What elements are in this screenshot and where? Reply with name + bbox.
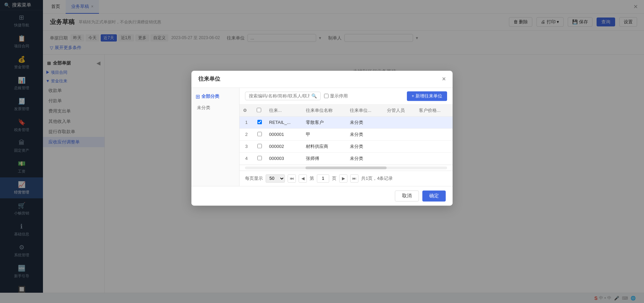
table-row[interactable]: 3 000002 材料供应商 未分类	[240, 140, 453, 152]
partner-dialog: 往来单位 × ⊞ 全部分类 未分类 🔍 显示停用	[191, 71, 453, 206]
col-check-all[interactable]	[253, 105, 266, 117]
search-icon-dialog: 🔍	[311, 93, 317, 98]
cell-manager-1	[384, 116, 416, 128]
cell-category-4: 未分类	[346, 152, 384, 164]
dialog-close-btn[interactable]: ×	[442, 75, 446, 83]
page-next-btn[interactable]: ▶	[339, 174, 347, 183]
show-disabled-checkbox[interactable]	[324, 94, 329, 98]
cell-code-1: RETAIL_...	[266, 116, 302, 128]
check-all[interactable]	[257, 108, 261, 112]
all-category-label[interactable]: 全部分类	[201, 93, 219, 100]
cell-check-1[interactable]	[253, 116, 266, 128]
search-input[interactable]	[249, 93, 309, 98]
col-price-header: 客户价格...	[415, 105, 453, 117]
cell-check-4[interactable]	[253, 152, 266, 164]
cell-price-4	[415, 152, 453, 164]
cell-price-1	[415, 116, 453, 128]
cell-manager-2	[384, 128, 416, 140]
cell-category-2: 未分类	[346, 128, 384, 140]
dialog-left-panel: ⊞ 全部分类 未分类	[191, 88, 240, 186]
page-suffix: 页	[332, 175, 336, 182]
dialog-unclassified[interactable]: 未分类	[191, 102, 239, 114]
dialog-title: 往来单位	[198, 75, 220, 83]
cell-check-2[interactable]	[253, 128, 266, 140]
cancel-button[interactable]: 取消	[395, 190, 419, 201]
table-row[interactable]: 2 000001 甲 未分类	[240, 128, 453, 140]
col-name-header: 往来单位名称	[302, 105, 346, 117]
cell-index-1: 1	[240, 116, 253, 128]
total-records: 共1页，4条记录	[361, 175, 393, 182]
dialog-toolbar: 🔍 显示停用 + 新增往来单位	[240, 88, 453, 105]
dialog-right-panel: 🔍 显示停用 + 新增往来单位 ⚙ 往来...	[240, 88, 453, 186]
cell-category-3: 未分类	[346, 140, 384, 152]
cell-index-3: 3	[240, 140, 253, 152]
col-settings[interactable]: ⚙	[240, 105, 253, 117]
per-page-select[interactable]: 50 100 200	[266, 174, 285, 183]
show-disabled-label: 显示停用	[330, 93, 348, 99]
cell-manager-3	[384, 140, 416, 152]
col-code-header: 往来...	[266, 105, 302, 117]
cell-name-4: 张师傅	[302, 152, 346, 164]
cell-name-2: 甲	[302, 128, 346, 140]
add-partner-label: + 新增往来单位	[412, 93, 442, 98]
page-prev-btn[interactable]: ◀	[299, 174, 307, 183]
dialog-pagination: 每页显示 50 100 200 ⏮ ◀ 第 页 ▶ ⏭ 共1页，4条记录	[240, 171, 453, 186]
confirm-label: 确定	[429, 193, 439, 198]
cancel-label: 取消	[402, 193, 412, 198]
show-disabled-checkbox-label[interactable]: 显示停用	[324, 93, 348, 99]
page-last-btn[interactable]: ⏭	[350, 174, 358, 183]
dialog-table: ⚙ 往来... 往来单位名称 往来单位... 分管人员 客户价格... 1	[240, 105, 453, 165]
cell-code-2: 000001	[266, 128, 302, 140]
cell-manager-4	[384, 152, 416, 164]
cell-name-3: 材料供应商	[302, 140, 346, 152]
page-first-btn[interactable]: ⏮	[288, 174, 296, 183]
cell-price-3	[415, 140, 453, 152]
dialog-header: 往来单位 ×	[191, 71, 453, 88]
cell-category-1: 未分类	[346, 116, 384, 128]
page-label: 第	[310, 175, 314, 182]
cell-price-2	[415, 128, 453, 140]
col-category-header: 往来单位...	[346, 105, 384, 117]
add-partner-btn[interactable]: + 新增往来单位	[407, 91, 447, 101]
grid-icon-dialog: ⊞	[196, 93, 200, 100]
table-row[interactable]: 4 000003 张师傅 未分类	[240, 152, 453, 164]
confirm-button[interactable]: 确定	[422, 190, 446, 201]
cell-index-2: 2	[240, 128, 253, 140]
cell-index-4: 4	[240, 152, 253, 164]
table-row[interactable]: 1 RETAIL_... 零散客户 未分类	[240, 116, 453, 128]
cell-code-3: 000002	[266, 140, 302, 152]
page-input[interactable]	[317, 174, 329, 183]
dialog-body: ⊞ 全部分类 未分类 🔍 显示停用 + 新增往来单位	[191, 88, 453, 186]
per-page-label: 每页显示	[245, 175, 263, 182]
search-box[interactable]: 🔍	[245, 92, 321, 100]
cell-check-3[interactable]	[253, 140, 266, 152]
cell-name-1: 零散客户	[302, 116, 346, 128]
cell-code-4: 000003	[266, 152, 302, 164]
dialog-footer: 取消 确定	[191, 186, 453, 206]
col-manager-header: 分管人员	[384, 105, 416, 117]
